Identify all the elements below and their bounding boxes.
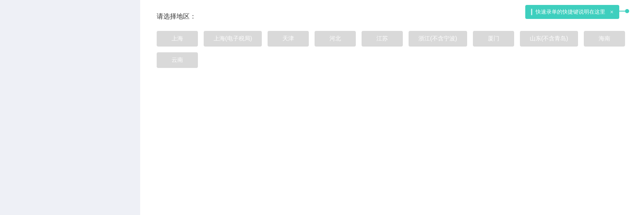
region-button-tianjin[interactable]: 天津 <box>268 31 309 47</box>
region-buttons: 上海上海(电子税局)天津河北江苏浙江(不含宁波)厦门山东(不含青岛)海南云南 <box>157 31 628 68</box>
tooltip-connector-line <box>619 11 625 12</box>
tooltip-close-button[interactable]: × <box>610 9 613 15</box>
tooltip-text: 快速录单的快捷键说明在这里 <box>536 8 605 16</box>
region-button-hainan[interactable]: 海南 <box>584 31 625 47</box>
tooltip-dot <box>625 9 629 13</box>
main-content: 请选择地区： 上海上海(电子税局)天津河北江苏浙江(不含宁波)厦门山东(不含青岛… <box>140 0 644 215</box>
region-button-xiamen[interactable]: 厦门 <box>473 31 514 47</box>
region-button-jiangsu[interactable]: 江苏 <box>362 31 403 47</box>
region-button-hebei[interactable]: 河北 <box>315 31 356 47</box>
tooltip-left-bar <box>531 9 532 15</box>
region-button-shanghai-etax[interactable]: 上海(电子税局) <box>204 31 262 47</box>
region-button-yunnan[interactable]: 云南 <box>157 52 198 68</box>
region-button-shandong[interactable]: 山东(不含青岛) <box>520 31 578 47</box>
region-button-shanghai[interactable]: 上海 <box>157 31 198 47</box>
sidebar <box>0 0 140 215</box>
tooltip-banner: 快速录单的快捷键说明在这里 × <box>525 5 619 19</box>
region-button-zhejiang[interactable]: 浙江(不含宁波) <box>409 31 467 47</box>
